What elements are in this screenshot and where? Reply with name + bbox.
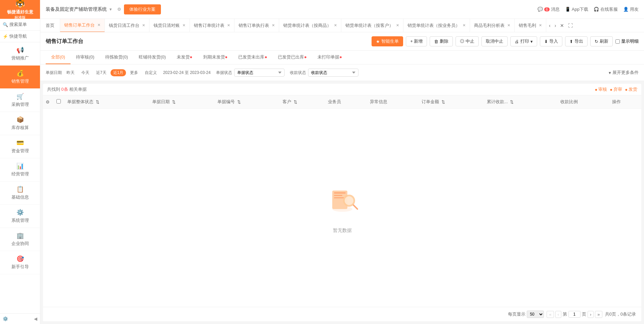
col-number: 单据编号 ⇅: [215, 95, 280, 109]
sidebar-item-finance[interactable]: 💳 资金管理: [0, 135, 40, 158]
sort-status-icon[interactable]: ⇅: [96, 99, 99, 105]
quick-nav-item[interactable]: ⚡ 快捷导航: [0, 31, 40, 42]
show-detail-checkbox-label[interactable]: 显示明细: [615, 38, 639, 44]
col-checkbox: [54, 95, 65, 109]
sub-tab-shipped-not-out[interactable]: 已发货未出库●: [233, 51, 272, 64]
tab-sales-exec[interactable]: 销售订单执行表 ✕: [234, 19, 279, 32]
page-size-select[interactable]: 20 50 100: [527, 311, 544, 318]
stop-btn[interactable]: ◎ 中止: [456, 36, 479, 46]
tab-cash-reconcile-close[interactable]: ✕: [182, 23, 185, 28]
refresh-btn[interactable]: ↻ 刷新: [590, 36, 613, 46]
tab-cash-day-close[interactable]: ✕: [142, 23, 145, 28]
tab-sales-more[interactable]: 销售毛利 ✕: [515, 19, 546, 32]
unreviewed-label: 弃审: [613, 86, 622, 92]
sub-tab-expired-not-shipped[interactable]: 到期未发货●: [198, 51, 233, 64]
solution-btn[interactable]: 体验行业方案: [124, 4, 161, 14]
select-all-checkbox[interactable]: [56, 99, 61, 104]
tab-sales-stat-product-close[interactable]: ✕: [334, 23, 337, 28]
sidebar-item-guide[interactable]: 🎯 新手引导: [0, 251, 40, 274]
column-settings-icon[interactable]: ⚙: [46, 99, 50, 105]
settings-icon[interactable]: ⚙: [117, 7, 121, 12]
tab-sales-order[interactable]: 销售订单工作台 ✕: [60, 19, 105, 32]
sub-tab-pending-inspect[interactable]: 待拣验货(0): [100, 51, 133, 64]
unreviewed-btn[interactable]: ● 弃审: [610, 86, 622, 92]
export-btn[interactable]: ⬆ 导出: [565, 36, 588, 46]
refresh-icon: ↻: [595, 39, 598, 44]
sidebar-item-inventory[interactable]: 📦 库存核算: [0, 112, 40, 135]
sub-tab-wangpu[interactable]: 旺铺待发货(0): [133, 51, 171, 64]
tab-cash-reconcile[interactable]: 钱货日清对账 ✕: [149, 19, 190, 32]
tabs-expand-btn[interactable]: ⛶: [567, 22, 574, 29]
tab-sales-exec-close[interactable]: ✕: [272, 23, 275, 28]
sub-tab-all[interactable]: 全部(0): [46, 51, 71, 64]
tabs-next-btn[interactable]: ›: [553, 22, 558, 29]
tab-sales-stat-staff-close[interactable]: ✕: [463, 23, 466, 28]
sidebar-item-purchase[interactable]: 🛒 采购管理: [0, 89, 40, 112]
print-btn[interactable]: 🖨 打印 ▾: [510, 36, 537, 46]
tab-gross-profit[interactable]: 商品毛利分析表 ✕: [470, 19, 515, 32]
tab-home[interactable]: 首页: [40, 19, 60, 32]
tab-sales-more-close[interactable]: ✕: [539, 23, 542, 28]
tab-sales-stat-staff[interactable]: 销货单统计表（按业务员） ✕: [403, 19, 470, 32]
sidebar-collapse-icon[interactable]: ◀: [34, 316, 37, 321]
message-btn[interactable]: 💬 6 消息: [538, 6, 560, 12]
tab-sales-stats-close[interactable]: ✕: [227, 23, 230, 28]
last-page-btn[interactable]: »: [595, 311, 602, 318]
sub-tab-not-shipped[interactable]: 未发货●: [171, 51, 198, 64]
show-detail-checkbox[interactable]: [615, 39, 620, 44]
tabs-close-all-btn[interactable]: ✕: [559, 22, 565, 29]
online-service-btn[interactable]: 🎧 在线客服: [594, 6, 618, 12]
sidebar-item-marketing[interactable]: 📢 营销推广: [0, 42, 40, 66]
date-opt-7days[interactable]: 近7天: [93, 69, 109, 76]
tab-sales-stat-product[interactable]: 销货单统计表（按商品） ✕: [279, 19, 341, 32]
sidebar-item-sales[interactable]: 💰 销售管理: [0, 66, 40, 89]
ship-btn[interactable]: ● 发货: [625, 86, 637, 92]
import-btn[interactable]: ⬇ 导入: [540, 36, 562, 46]
sub-tab-shipped-out[interactable]: 已发货已出库●: [272, 51, 312, 64]
col-amount-label: 订单金额: [422, 99, 439, 104]
user-btn[interactable]: 👤 用友: [623, 6, 639, 12]
sort-collected-icon[interactable]: ⇅: [510, 99, 514, 105]
sidebar-item-enterprise[interactable]: 🏢 企业协同: [0, 228, 40, 251]
sidebar-item-system[interactable]: ⚙️ 系统管理: [0, 205, 40, 228]
user-icon: 👤: [623, 7, 629, 12]
prev-page-btn[interactable]: ‹: [555, 311, 561, 318]
app-download-btn[interactable]: 📱 App下载: [565, 6, 588, 12]
search-menu-item[interactable]: 🔍 搜索菜单: [0, 19, 40, 31]
review-btn[interactable]: ● 审核: [595, 86, 607, 92]
new-btn[interactable]: + 新增: [406, 36, 427, 46]
first-page-btn[interactable]: «: [547, 311, 554, 318]
smart-btn[interactable]: ★ 智能生单: [372, 36, 403, 46]
expand-filter-btn[interactable]: ▾ 展开更多条件: [609, 70, 639, 76]
date-opt-1month[interactable]: 近1月: [111, 69, 126, 76]
tab-sales-order-close[interactable]: ✕: [97, 23, 100, 27]
sub-tab-not-printed[interactable]: 未打印单据●: [312, 51, 347, 64]
date-opt-yesterday[interactable]: 昨天: [64, 69, 77, 76]
sort-number-icon[interactable]: ⇅: [237, 99, 241, 105]
tab-sales-stat-customer[interactable]: 销货单统计表（按客户） ✕: [341, 19, 403, 32]
status-select[interactable]: 单据状态: [234, 69, 285, 77]
date-opt-more[interactable]: 更多: [127, 69, 141, 76]
tab-cash-day[interactable]: 钱货日清工作台 ✕: [105, 19, 149, 32]
tab-sales-stats[interactable]: 销售订单统计表 ✕: [190, 19, 234, 32]
cancel-stop-btn[interactable]: 取消中止: [481, 36, 508, 46]
date-opt-custom[interactable]: 自定义: [142, 69, 160, 76]
delete-btn[interactable]: 🗑 删除: [430, 36, 453, 46]
next-page-btn[interactable]: ›: [588, 311, 594, 318]
basic-icon: 📋: [16, 186, 24, 193]
payment-select[interactable]: 收款状态: [308, 69, 358, 77]
tabs-prev-btn[interactable]: ‹: [548, 22, 552, 29]
date-opt-today[interactable]: 今天: [79, 69, 92, 76]
sidebar-item-operation[interactable]: 📊 经营管理: [0, 158, 40, 181]
sort-date-icon[interactable]: ⇅: [172, 99, 176, 105]
sub-tab-pending[interactable]: 待审核(0): [71, 51, 100, 64]
sidebar-item-basic[interactable]: 📋 基础信息: [0, 181, 40, 205]
sort-amount-icon[interactable]: ⇅: [441, 99, 445, 105]
message-count: 6: [544, 7, 550, 11]
sidebar-settings-icon[interactable]: ⚙️: [3, 316, 8, 321]
tab-sales-stat-customer-close[interactable]: ✕: [396, 23, 399, 28]
system-dropdown-icon[interactable]: ▾: [110, 7, 112, 12]
sort-customer-icon[interactable]: ⇅: [294, 99, 297, 105]
page-input[interactable]: [568, 311, 581, 318]
tab-gross-profit-close[interactable]: ✕: [507, 23, 510, 28]
